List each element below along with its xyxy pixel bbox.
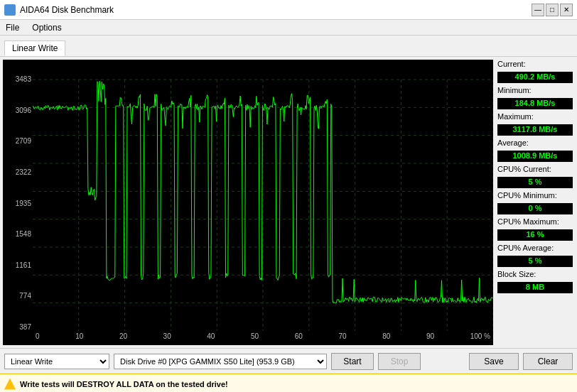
y-label-6: 1161 [4,261,31,269]
title-bar-controls: — □ ✕ [532,4,573,16]
y-label-4: 1935 [4,200,31,207]
bottom-controls: Linear WriteLinear ReadRandom WriteRando… [0,348,577,374]
x-label-9: 90 [426,332,434,344]
current-value: 490.2 MB/s [497,72,573,83]
minimum-value: 184.8 MB/s [497,98,573,109]
warning-icon [4,379,16,390]
x-label-10: 100 % [470,332,490,344]
y-label-7: 774 [4,292,31,300]
x-label-2: 20 [119,332,127,344]
cpu-maximum-value: 16 % [497,229,573,241]
tab-bar: Linear Write [0,36,577,57]
main-content: 3483 3096 2709 2322 1935 1548 1161 774 3… [0,57,577,348]
y-label-1: 3096 [4,107,31,114]
y-label-3: 2322 [4,168,31,176]
save-button[interactable]: Save [469,353,519,370]
clear-button[interactable]: Clear [523,353,573,370]
cpu-average-label: CPU% Average: [497,244,573,252]
cpu-average-value: 5 % [497,256,573,267]
tab-linear-write[interactable]: Linear Write [4,40,65,56]
cpu-minimum-value: 0 % [497,203,573,214]
cpu-current-value: 5 % [497,177,573,188]
minimize-button[interactable]: — [532,4,544,16]
title-bar-left: AIDA64 Disk Benchmark [4,4,114,16]
window-title: AIDA64 Disk Benchmark [20,5,114,15]
average-value: 1008.9 MB/s [497,151,573,162]
block-size-value: 8 MB [497,282,573,293]
chart-canvas [33,60,493,331]
cpu-maximum-label: CPU% Maximum: [497,217,573,226]
x-label-0: 0 [36,332,40,344]
menu-file[interactable]: File [3,22,22,33]
maximum-label: Maximum: [497,112,573,121]
block-size-label: Block Size: [497,270,573,278]
x-label-1: 10 [75,332,83,344]
menu-bar: File Options [0,20,577,36]
x-label-3: 30 [163,332,171,344]
right-panel: Current: 490.2 MB/s Minimum: 184.8 MB/s … [493,57,577,348]
y-label-8: 387 [4,323,31,331]
x-axis: 0 10 20 30 40 50 60 70 80 90 100 % [33,331,493,345]
test-type-select[interactable]: Linear WriteLinear ReadRandom WriteRando… [4,354,109,369]
x-label-8: 80 [382,332,390,344]
x-label-7: 70 [338,332,346,344]
warning-text: Write tests will DESTROY ALL DATA on the… [20,380,228,388]
x-label-5: 50 [251,332,259,344]
drive-select[interactable]: Disk Drive #0 [XPG GAMMIX S50 Lite] (953… [114,354,327,369]
app-icon [4,4,16,16]
close-button[interactable]: ✕ [560,4,573,16]
y-label-0: 3483 [4,75,31,83]
x-label-4: 40 [207,332,215,344]
maximize-button[interactable]: □ [546,4,559,16]
y-label-5: 1548 [4,230,31,238]
minimum-label: Minimum: [497,86,573,94]
x-label-6: 60 [295,332,303,344]
stop-button[interactable]: Stop [378,353,421,370]
chart-area: 3483 3096 2709 2322 1935 1548 1161 774 3… [3,60,493,345]
cpu-minimum-label: CPU% Minimum: [497,191,573,200]
cpu-current-label: CPU% Current: [497,165,573,173]
current-label: Current: [497,60,573,68]
y-axis: 3483 3096 2709 2322 1935 1548 1161 774 3… [3,60,33,345]
warning-bar: Write tests will DESTROY ALL DATA on the… [0,374,577,392]
y-label-2: 2709 [4,137,31,145]
maximum-value: 3117.8 MB/s [497,124,573,136]
chart-canvas-area: MB/s 32:14 0 10 20 30 40 50 60 70 80 90 … [33,60,493,345]
start-button[interactable]: Start [331,353,374,370]
menu-options[interactable]: Options [29,22,64,33]
average-label: Average: [497,138,573,147]
title-bar: AIDA64 Disk Benchmark — □ ✕ [0,0,577,20]
